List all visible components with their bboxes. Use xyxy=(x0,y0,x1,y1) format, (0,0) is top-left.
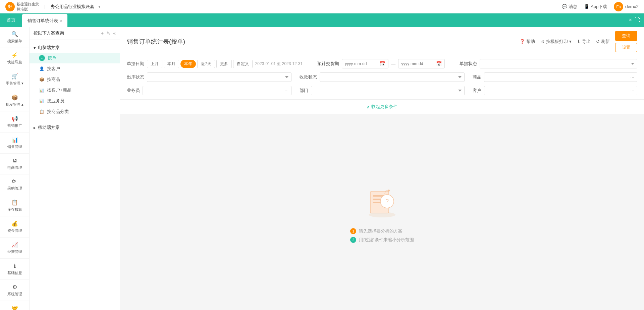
scheme-item-bycustomergoods[interactable]: 📊 按客户+商品 xyxy=(30,85,120,96)
filter-cell-goods: 商品 ··· xyxy=(473,72,637,82)
hint-1-num: 1 xyxy=(350,228,356,234)
search-icon: 🔍 xyxy=(11,31,18,37)
scheme-add-btn[interactable]: + xyxy=(101,31,104,36)
svg-point-7 xyxy=(388,190,390,192)
scheme-panel: 按以下方案查询 + ✎ « ▾ 电脑端方案 ○ 按单 xyxy=(30,27,120,310)
bill-status-select-wrapper xyxy=(480,59,637,68)
bill-status-select[interactable] xyxy=(480,59,637,68)
tab-home[interactable]: 首页 xyxy=(0,13,22,27)
salesperson-input-wrapper[interactable]: ··· xyxy=(143,86,291,95)
scheme-collapse-btn[interactable]: « xyxy=(113,31,116,36)
scheme-edit-btn[interactable]: ✎ xyxy=(106,31,110,36)
expected-date-to-input[interactable] xyxy=(401,61,435,66)
settings-button[interactable]: 设置 xyxy=(615,43,637,52)
page-header: 销售订单统计表(按单) ❓ 帮助 🖨 按模板打印 ▾ ⬇ 导出 xyxy=(120,27,644,55)
template-print-action[interactable]: 🖨 按模板打印 ▾ xyxy=(540,39,572,45)
date-btn-7days[interactable]: 近7天 xyxy=(197,60,215,68)
scheme-item-bygoods[interactable]: 📦 按商品 xyxy=(30,74,120,85)
corp-icon: 🤝 xyxy=(11,305,18,310)
by-customer-icon: 👤 xyxy=(39,66,44,71)
collapse-up-icon: ∧ xyxy=(367,104,370,109)
refresh-action[interactable]: ↺ 刷新 xyxy=(596,39,610,45)
user-area[interactable]: Ea demo2 xyxy=(614,2,639,11)
sidebar-item-finance[interactable]: 💰 资金管理 xyxy=(0,216,29,238)
title-dropdown-icon[interactable]: ▾ xyxy=(98,4,101,9)
calendar-icon-1: 📅 xyxy=(380,61,385,66)
tab-active[interactable]: 销售订单统计表 × xyxy=(22,14,67,28)
filter-row-2: 出库状态 收款状态 xyxy=(127,72,637,82)
goods-input-wrapper[interactable]: ··· xyxy=(484,72,637,82)
delivery-select-wrapper xyxy=(147,72,291,82)
sidebar-item-marketing[interactable]: 📢 营销推广 xyxy=(0,111,29,133)
sidebar-item-search[interactable]: 🔍 搜索菜单 xyxy=(0,27,29,48)
filter-content: 销售订单统计表(按单) ❓ 帮助 🖨 按模板打印 ▾ ⬇ 导出 xyxy=(120,27,644,310)
scheme-item-bycustomer[interactable]: 👤 按客户 xyxy=(30,63,120,74)
help-action[interactable]: ❓ 帮助 xyxy=(520,39,535,45)
tab-bar-actions: × ⛶ xyxy=(629,17,644,23)
logo-icon: 好 xyxy=(5,2,15,11)
filter-row-1: 单据日期 上月 本月 本年 近7天 更多 自定义 2023-01-01 至 20… xyxy=(127,59,637,68)
sidebar-item-quicknav[interactable]: ⚡ 快捷导航 xyxy=(0,48,29,69)
empty-hint-2: 2 用[过滤]条件来缩小分析范围 xyxy=(350,237,414,243)
expected-date-from-input[interactable] xyxy=(345,61,378,66)
by-category-icon: 📋 xyxy=(39,109,44,114)
mobile-section-header[interactable]: ▸ 移动端方案 xyxy=(30,122,120,133)
top-bar-right: 💬 消息 📱 App下载 Ea demo2 xyxy=(562,2,639,11)
filter-cell-date: 单据日期 上月 本月 本年 近7天 更多 自定义 2023-01-01 至 20… xyxy=(127,60,303,68)
by-single-icon: ○ xyxy=(39,55,45,61)
collection-select[interactable] xyxy=(320,72,464,82)
customer-ellipsis[interactable]: ··· xyxy=(630,88,634,93)
system-icon: ⚙ xyxy=(12,284,17,290)
window-close-btn[interactable]: × xyxy=(629,17,632,23)
filter-cell-customer: 客户 ··· xyxy=(473,86,637,95)
sidebar-item-wholesale[interactable]: 📦 批发管理 ▴ xyxy=(0,90,29,111)
by-customergoods-icon: 📊 xyxy=(39,88,44,93)
main-layout: 🔍 搜索菜单 ⚡ 快捷导航 🛒 零售管理 ▾ 📦 批发管理 ▴ 📢 营销推广 📊… xyxy=(0,27,644,310)
expected-date-to[interactable]: 📅 xyxy=(398,59,445,68)
goods-ellipsis[interactable]: ··· xyxy=(630,74,634,80)
desktop-section-header[interactable]: ▾ 电脑端方案 xyxy=(30,43,120,53)
date-btn-custom[interactable]: 自定义 xyxy=(233,60,253,68)
page-title: 销售订单统计表(按单) xyxy=(127,38,185,46)
delivery-select[interactable] xyxy=(147,72,291,82)
date-btn-thisyear[interactable]: 本年 xyxy=(180,60,196,68)
sidebar-item-retail[interactable]: 🛒 零售管理 ▾ xyxy=(0,69,29,90)
tab-close-icon[interactable]: × xyxy=(60,19,62,23)
query-button[interactable]: 查询 xyxy=(615,31,637,41)
expected-date-from[interactable]: 📅 xyxy=(342,59,388,68)
user-name: demo2 xyxy=(625,4,639,9)
export-action[interactable]: ⬇ 导出 xyxy=(577,39,591,45)
collapse-button[interactable]: ∧ 收起更多条件 xyxy=(363,102,401,111)
message-action[interactable]: 💬 消息 xyxy=(562,4,577,10)
date-options: 上月 本月 本年 近7天 更多 自定义 xyxy=(147,60,253,68)
sidebar-item-purchase[interactable]: 🛍 采购管理 xyxy=(0,174,29,195)
content-area: 按以下方案查询 + ✎ « ▾ 电脑端方案 ○ 按单 xyxy=(30,27,644,310)
sidebar-item-system[interactable]: ⚙ 系统管理 xyxy=(0,280,29,301)
avatar: Ea xyxy=(614,2,623,11)
sales-icon: 📊 xyxy=(11,137,18,143)
sidebar-item-ecommerce[interactable]: 🖥 电商管理 xyxy=(0,154,29,174)
finance-icon: 💰 xyxy=(11,220,18,227)
hint-2-num: 2 xyxy=(350,237,356,243)
scheme-item-bysalesperson[interactable]: 📊 按业务员 xyxy=(30,96,120,106)
window-expand-btn[interactable]: ⛶ xyxy=(635,17,640,23)
svg-text:?: ? xyxy=(385,198,389,205)
scheme-item-bycategory[interactable]: 📋 按商品分类 xyxy=(30,106,120,117)
date-btn-lastmonth[interactable]: 上月 xyxy=(147,60,162,68)
department-select[interactable] xyxy=(311,86,464,95)
scheme-item-byfull[interactable]: ○ 按单 xyxy=(30,53,120,63)
query-btn-stack: 查询 设置 xyxy=(615,31,637,52)
sidebar-item-inventory[interactable]: 📋 库存核算 xyxy=(0,195,29,216)
date-btn-thismonth[interactable]: 本月 xyxy=(164,60,179,68)
app-download-action[interactable]: 📱 App下载 xyxy=(584,4,607,10)
customer-input-wrapper[interactable]: ··· xyxy=(484,86,637,95)
quicknav-icon: ⚡ xyxy=(11,52,18,58)
sidebar-item-corp[interactable]: 🤝 企业协同 xyxy=(0,301,29,310)
filter-cell-department: 部门 xyxy=(300,86,464,95)
sidebar-item-basic[interactable]: ℹ 基础信息 xyxy=(0,259,29,280)
salesperson-ellipsis[interactable]: ··· xyxy=(285,88,289,93)
date-btn-more[interactable]: 更多 xyxy=(216,60,232,68)
empty-state: ? 1 请先选择要分析的方案 2 用[过滤]条件来缩小分析范围 xyxy=(120,114,644,310)
sidebar-item-sales[interactable]: 📊 销售管理 xyxy=(0,133,29,154)
sidebar-item-operations[interactable]: 📈 经营管理 xyxy=(0,238,29,259)
